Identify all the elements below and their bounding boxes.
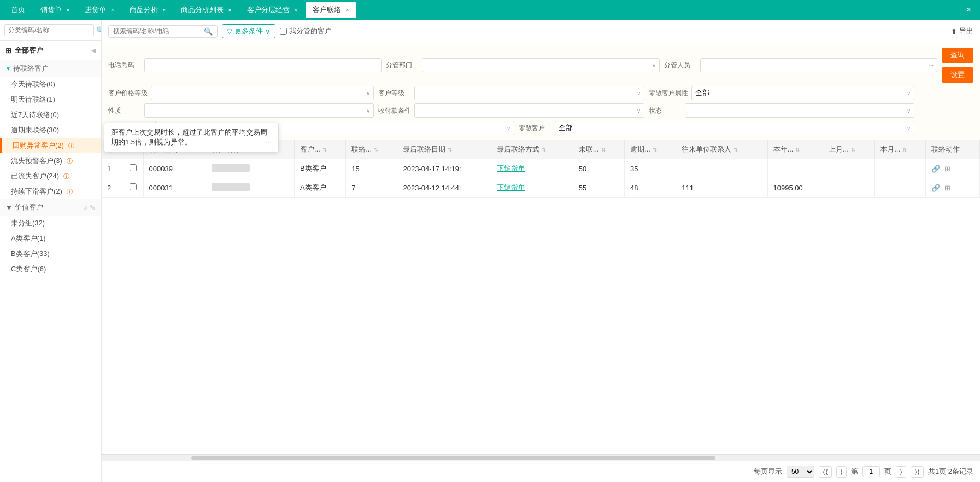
- my-customers-checkbox-label[interactable]: 我分管的客户: [280, 26, 332, 36]
- row-idx: 1: [102, 159, 124, 178]
- top-navigation: 首页 销货单 × 进货单 × 商品分析 × 商品分析列表 × 客户分层经营 × …: [0, 0, 980, 20]
- row-checkbox: [124, 178, 143, 198]
- row-checkbox: [124, 159, 143, 178]
- collapse-icon[interactable]: ◀: [91, 47, 96, 54]
- filter-dept: 分管部门 ∨: [386, 58, 659, 72]
- next-page-button[interactable]: ⟩: [896, 466, 906, 478]
- settings-button[interactable]: 设置: [942, 67, 973, 83]
- row-grade: B类客户: [295, 159, 346, 178]
- scroll-thumb[interactable]: [191, 456, 715, 460]
- close-product-analysis-list-icon[interactable]: ×: [228, 7, 231, 13]
- action-buttons: 查询 设置: [942, 48, 973, 83]
- prev-page-button[interactable]: ⟨: [836, 466, 847, 478]
- filter-grade: 客户等级 ∨: [378, 86, 644, 100]
- sidebar-item-7days[interactable]: 近7天待联络(0): [0, 107, 101, 123]
- row-code: 000039: [143, 159, 206, 178]
- customer-name-blurred: [212, 164, 250, 172]
- row-overdue: 35: [625, 159, 676, 178]
- expand-icon2: ▼: [5, 204, 13, 212]
- search-input[interactable]: [113, 27, 204, 35]
- col-overdue: 逾期... ⇅: [625, 140, 676, 159]
- sidebar-item-overdue[interactable]: 逾期未联络(30): [0, 123, 101, 138]
- grid-action-icon[interactable]: ⊞: [944, 165, 950, 173]
- filter-price-grade: 客户价格等级 ∨: [108, 86, 374, 100]
- col-action: 联络动作: [926, 140, 980, 159]
- price-grade-select[interactable]: ∨: [151, 86, 374, 100]
- sidebar-section-value[interactable]: ▼ 价值客户 ○ ✎: [0, 199, 101, 216]
- info-icon: ⓘ: [68, 142, 74, 149]
- sidebar-item-declining[interactable]: 持续下滑客户(2) ⓘ: [0, 184, 101, 199]
- close-all-nav-button[interactable]: ×: [962, 3, 976, 17]
- edit-icon[interactable]: ✎: [90, 204, 96, 212]
- sidebar-item-abnormal-repurchase[interactable]: 回购异常客户(2) ⓘ: [0, 138, 101, 153]
- export-button[interactable]: ⬆ 导出: [951, 26, 973, 36]
- more-filters-button[interactable]: ▽ 更多条件 ∨: [222, 24, 275, 38]
- close-customer-segmentation-icon[interactable]: ×: [294, 7, 297, 13]
- sidebar-item-a-class[interactable]: A类客户(1): [0, 231, 101, 246]
- close-customer-contact-icon[interactable]: ×: [345, 7, 349, 13]
- sidebar-item-ungrouped[interactable]: 未分组(32): [0, 216, 101, 231]
- search-icon[interactable]: 🔍: [204, 27, 213, 36]
- circle-icon[interactable]: ○: [83, 204, 87, 212]
- sidebar-all-customers[interactable]: ⊞ 全部客户 ◀: [0, 41, 101, 60]
- tooltip-more-icon[interactable]: ···: [266, 137, 272, 146]
- last-page-button[interactable]: ⟩⟩: [911, 466, 924, 478]
- sort-icon: ⇅: [795, 147, 800, 153]
- close-product-analysis-icon[interactable]: ×: [162, 7, 166, 13]
- filter-row-1: 电话号码 分管部门 ∨ 分管人员 ···: [108, 48, 973, 83]
- sidebar-search-icon[interactable]: 🔍: [96, 26, 102, 34]
- grade-select[interactable]: ∨: [414, 86, 644, 100]
- row-select-checkbox[interactable]: [130, 164, 137, 171]
- row-select-checkbox[interactable]: [130, 183, 137, 190]
- nav-purchase-order[interactable]: 进货单 ×: [78, 2, 120, 18]
- col-grade: 客户... ⇅: [295, 140, 346, 159]
- sidebar-item-b-class[interactable]: B类客户(33): [0, 246, 101, 262]
- nav-product-analysis-list[interactable]: 商品分析列表 ×: [174, 2, 238, 18]
- gender-select[interactable]: ∨: [144, 103, 374, 118]
- row-last-date: 2023-04-17 14:19:: [397, 159, 491, 178]
- link-action-icon[interactable]: 🔗: [931, 184, 940, 192]
- nav-customer-contact[interactable]: 客户联络 ×: [306, 2, 355, 18]
- manager-select[interactable]: ···: [700, 58, 937, 72]
- close-purchase-order-icon[interactable]: ×: [110, 7, 114, 13]
- nav-home[interactable]: 首页: [4, 2, 32, 18]
- payment-select[interactable]: ∨: [414, 103, 644, 118]
- sidebar-search-input[interactable]: [4, 24, 94, 36]
- first-page-button[interactable]: ⟨⟨: [819, 466, 832, 478]
- query-button[interactable]: 查询: [942, 48, 973, 63]
- phone-input[interactable]: [144, 58, 382, 72]
- last-method-link[interactable]: 下销货单: [497, 183, 525, 191]
- close-sales-order-icon[interactable]: ×: [66, 7, 69, 13]
- page-label: 第: [851, 467, 858, 477]
- last-method-link[interactable]: 下销货单: [497, 164, 525, 172]
- sidebar-item-tomorrow[interactable]: 明天待联络(1): [0, 92, 101, 107]
- sidebar-item-c-class[interactable]: C类客户(6): [0, 262, 101, 277]
- row-this-month: [875, 178, 926, 198]
- horizontal-scrollbar[interactable]: [102, 454, 980, 461]
- sort-icon: ⇅: [851, 147, 855, 153]
- per-page-select[interactable]: 50 100 200: [787, 466, 814, 478]
- ellipsis-icon: ···: [929, 62, 934, 68]
- grid-action-icon[interactable]: ⊞: [944, 184, 950, 192]
- sort-icon: ⇅: [653, 147, 657, 153]
- info-icon3: ⓘ: [63, 173, 69, 179]
- nav-product-analysis[interactable]: 商品分析 ×: [123, 2, 172, 18]
- nav-customer-segmentation[interactable]: 客户分层经营 ×: [240, 2, 304, 18]
- row-last-date: 2023-04-12 14:44:: [397, 178, 491, 198]
- sidebar-section-pending[interactable]: ▼ 待联络客户: [0, 60, 101, 77]
- status-select[interactable]: ∨: [685, 103, 914, 118]
- dept-select[interactable]: ∨: [422, 58, 659, 72]
- page-number-input[interactable]: [862, 466, 880, 477]
- sort-icon: ⇅: [542, 147, 546, 153]
- nav-sales-order[interactable]: 销货单 ×: [34, 2, 76, 18]
- sidebar-item-today[interactable]: 今天待联络(0): [0, 77, 101, 92]
- filter-status: 状态 ∨: [649, 103, 914, 118]
- retail-attr-select[interactable]: 全部 ∨: [691, 86, 914, 100]
- sidebar-item-churned[interactable]: 已流失客户(24) ⓘ: [0, 169, 101, 184]
- page-suffix: 页: [884, 467, 891, 477]
- retail-select[interactable]: 全部 ∨: [555, 121, 914, 135]
- filter-manager: 分管人员 ···: [664, 58, 937, 72]
- my-customers-checkbox[interactable]: [280, 28, 287, 35]
- sidebar-item-churn-warning[interactable]: 流失预警客户(3) ⓘ: [0, 153, 101, 169]
- link-action-icon[interactable]: 🔗: [931, 165, 940, 173]
